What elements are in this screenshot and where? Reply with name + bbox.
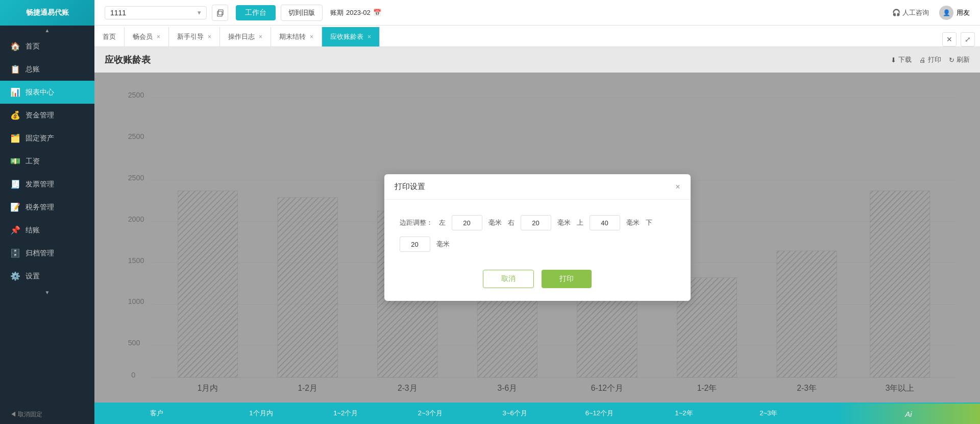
print-button[interactable]: 🖨 打印 bbox=[919, 55, 941, 64]
sidebar-collapse-button[interactable]: ◀ 取消固定 bbox=[0, 405, 94, 424]
page-header: 应收账龄表 ⬇ 下载 🖨 打印 ↻ 刷新 bbox=[94, 47, 980, 73]
settings-icon: ⚙️ bbox=[10, 271, 20, 281]
tab-member[interactable]: 畅会员 × bbox=[125, 27, 169, 46]
top-header: 畅捷通易代账 1111 ▾ 工作台 切到旧版 账期 2023-02 📅 🎧 人工… bbox=[0, 0, 980, 26]
workbench-button[interactable]: 工作台 bbox=[236, 5, 276, 20]
help-label: 人工咨询 bbox=[902, 8, 929, 17]
download-icon: ⬇ bbox=[891, 56, 896, 64]
page-title: 应收账龄表 bbox=[105, 54, 151, 66]
tab-close-oplog[interactable]: × bbox=[259, 33, 262, 40]
sidebar-item-funds[interactable]: 💰 资金管理 bbox=[0, 104, 94, 127]
sidebar-item-tax[interactable]: 📝 税务管理 bbox=[0, 196, 94, 219]
header-right: 🎧 人工咨询 👤 用友 bbox=[892, 6, 970, 20]
bottom-margin-input[interactable] bbox=[400, 237, 430, 252]
close-tab-button[interactable]: ✕ bbox=[942, 32, 957, 46]
sidebar-item-label: 发票管理 bbox=[26, 180, 54, 189]
tab-close-period-end[interactable]: × bbox=[310, 33, 313, 40]
left-margin-input[interactable] bbox=[452, 215, 482, 230]
sidebar-item-settings[interactable]: ⚙️ 设置 bbox=[0, 265, 94, 288]
left-unit-label: 毫米 bbox=[488, 218, 502, 227]
tab-home[interactable]: 首页 bbox=[94, 27, 125, 46]
col-1-2month: 1~2个月 bbox=[303, 409, 388, 418]
user-label: 用友 bbox=[957, 8, 970, 17]
sidebar-item-label: 资金管理 bbox=[26, 111, 54, 120]
tab-close-guide[interactable]: × bbox=[208, 33, 211, 40]
user-area[interactable]: 👤 用友 bbox=[939, 6, 970, 20]
col-customer: 客户 bbox=[94, 409, 219, 418]
sidebar-item-salary[interactable]: 💵 工资 bbox=[0, 150, 94, 173]
sidebar-item-home[interactable]: 🏠 首页 bbox=[0, 35, 94, 58]
tab-receivable[interactable]: 应收账龄表 × bbox=[322, 27, 380, 46]
sidebar-item-label: 工资 bbox=[26, 157, 40, 166]
archive-icon: 🗄️ bbox=[10, 248, 20, 258]
col-1-2year: 1~2年 bbox=[642, 409, 726, 418]
headset-icon: 🎧 bbox=[892, 9, 900, 16]
sidebar-item-label: 设置 bbox=[26, 272, 40, 281]
company-name: 1111 bbox=[110, 9, 193, 17]
sidebar-item-label: 总账 bbox=[26, 65, 40, 74]
tab-label: 新手引导 bbox=[177, 32, 204, 41]
copy-icon[interactable] bbox=[212, 5, 228, 21]
modal-title: 打印设置 bbox=[395, 182, 425, 192]
modal-footer: 取消 打印 bbox=[384, 262, 691, 301]
tab-label: 期末结转 bbox=[279, 32, 306, 41]
bottom-dir-label: 下 bbox=[646, 218, 652, 227]
company-select[interactable]: 1111 ▾ bbox=[105, 6, 207, 19]
sidebar-scroll-down[interactable]: ▼ bbox=[0, 288, 94, 297]
tab-guide[interactable]: 新手引导 × bbox=[169, 27, 220, 46]
assets-icon: 🗂️ bbox=[10, 133, 20, 143]
switch-version-button[interactable]: 切到旧版 bbox=[281, 5, 323, 21]
sidebar-item-label: 归档管理 bbox=[26, 249, 54, 258]
margin-label: 边距调整： bbox=[400, 218, 433, 227]
sidebar-item-label: 固定资产 bbox=[26, 134, 54, 143]
sidebar-item-ledger[interactable]: 📋 总账 bbox=[0, 58, 94, 81]
sidebar-item-archive[interactable]: 🗄️ 归档管理 bbox=[0, 242, 94, 265]
tab-close-member[interactable]: × bbox=[157, 33, 160, 40]
sidebar-item-closing[interactable]: 📌 结账 bbox=[0, 219, 94, 242]
tab-period-end[interactable]: 期末结转 × bbox=[271, 27, 322, 46]
help-button[interactable]: 🎧 人工咨询 bbox=[892, 8, 929, 17]
sidebar-item-label: 报表中心 bbox=[26, 88, 54, 97]
tabs-actions: ✕ ⤢ bbox=[937, 32, 980, 46]
right-margin-input[interactable] bbox=[521, 215, 551, 230]
cancel-button[interactable]: 取消 bbox=[483, 270, 534, 288]
avatar-icon: 👤 bbox=[943, 9, 950, 16]
margin-row: 边距调整： 左 毫米 右 毫米 上 毫米 下 bbox=[400, 215, 675, 252]
tab-oplog[interactable]: 操作日志 × bbox=[220, 27, 271, 46]
top-dir-label: 上 bbox=[577, 218, 583, 227]
refresh-label: 刷新 bbox=[957, 55, 970, 64]
content-area: 首页 畅会员 × 新手引导 × 操作日志 × 期末结转 × 应收账龄表 × bbox=[94, 26, 980, 424]
download-button[interactable]: ⬇ 下载 bbox=[891, 55, 912, 64]
invoice-icon: 🧾 bbox=[10, 179, 20, 189]
reports-icon: 📊 bbox=[10, 87, 20, 97]
svg-rect-0 bbox=[217, 11, 222, 16]
logo-text: 畅捷通易代账 bbox=[26, 8, 69, 17]
sidebar-item-reports[interactable]: 📊 报表中心 bbox=[0, 81, 94, 104]
period-label: 账期 bbox=[330, 8, 344, 17]
refresh-icon: ↻ bbox=[949, 56, 954, 64]
sidebar-scroll-up[interactable]: ▲ bbox=[0, 26, 94, 35]
expand-tab-button[interactable]: ⤢ bbox=[961, 32, 975, 46]
modal-close-button[interactable]: × bbox=[675, 182, 680, 192]
refresh-button[interactable]: ↻ 刷新 bbox=[949, 55, 970, 64]
modal-body: 边距调整： 左 毫米 右 毫米 上 毫米 下 bbox=[384, 200, 691, 262]
chart-container: 2500 2500 2500 2000 1500 1000 500 0 bbox=[94, 73, 980, 403]
tab-close-receivable[interactable]: × bbox=[368, 33, 371, 40]
tabs-bar: 首页 畅会员 × 新手引导 × 操作日志 × 期末结转 × 应收账龄表 × bbox=[94, 26, 980, 47]
modal-header: 打印设置 × bbox=[384, 174, 691, 200]
calendar-icon[interactable]: 📅 bbox=[373, 9, 381, 16]
print-confirm-button[interactable]: 打印 bbox=[542, 270, 592, 288]
avatar: 👤 bbox=[939, 6, 953, 20]
tab-label: 操作日志 bbox=[228, 32, 255, 41]
print-settings-dialog: 打印设置 × 边距调整： 左 毫米 右 毫米 bbox=[384, 174, 691, 301]
top-margin-input[interactable] bbox=[590, 215, 620, 230]
main-layout: ▲ 🏠 首页 📋 总账 📊 报表中心 💰 资金管理 🗂️ 固定资产 💵 工资 🧾… bbox=[0, 26, 980, 424]
salary-icon: 💵 bbox=[10, 156, 20, 166]
sidebar-item-assets[interactable]: 🗂️ 固定资产 bbox=[0, 127, 94, 150]
top-unit-label: 毫米 bbox=[626, 218, 640, 227]
col-6-12month: 6~12个月 bbox=[557, 409, 642, 418]
svg-rect-1 bbox=[218, 10, 223, 15]
page-actions: ⬇ 下载 🖨 打印 ↻ 刷新 bbox=[891, 55, 970, 64]
ai-assistant-bar[interactable]: Ai bbox=[837, 404, 980, 424]
sidebar-item-invoice[interactable]: 🧾 发票管理 bbox=[0, 173, 94, 196]
